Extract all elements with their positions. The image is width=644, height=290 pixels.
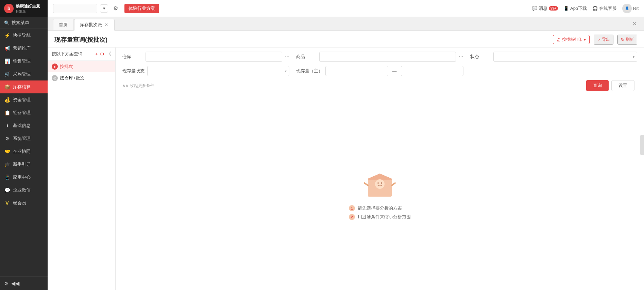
header-gear-icon[interactable]: ⚙ (111, 4, 120, 13)
inventory-status-select-wrap: ▾ (147, 66, 289, 76)
sidebar-item-basic-info[interactable]: ℹ 基础信息 (0, 119, 48, 132)
refresh-button[interactable]: ↻ 刷新 (617, 35, 637, 44)
status-select[interactable] (493, 52, 637, 62)
warehouse-input[interactable] (146, 52, 282, 62)
sidebar-item-sales[interactable]: 📊 销售管理 (0, 55, 48, 68)
page-title: 现存量查询(按批次) (54, 36, 107, 44)
collapse-arrows-icon: ∧∧ (122, 83, 129, 88)
panel-close-button[interactable]: ✕ (632, 20, 637, 28)
sidebar-item-quick-nav[interactable]: ⚡ 快捷导航 (0, 29, 48, 42)
sidebar-item-wechat[interactable]: 💬 企业微信 (0, 184, 48, 197)
add-scheme-button[interactable]: + (95, 51, 98, 57)
online-service-button[interactable]: 🎧 在线客服 (592, 5, 617, 12)
right-edge-handle[interactable] (640, 135, 644, 155)
query-button[interactable]: 查询 (586, 80, 609, 91)
content-split: 按以下方案查询 + ⚙ 《 ● 按批次 ◎ 按仓库+批次 (48, 48, 644, 290)
sidebar-navigation: ⚡ 快捷导航 📢 营销推广 📊 销售管理 🛒 采购管理 📦 库存核算 💰 资金管… (0, 29, 48, 276)
empty-svg-icon (363, 164, 397, 198)
phone-icon: 📱 (563, 6, 569, 11)
status-filter: 状态 ▾ (470, 52, 637, 62)
warehouse-dots[interactable]: ··· (285, 54, 289, 60)
product-label: 商品 (296, 54, 317, 60)
scheme-icon-red: ● (52, 64, 58, 70)
svg-line-4 (365, 183, 368, 185)
company-name: 畅康通好生意 (16, 3, 40, 9)
sidebar-item-member[interactable]: V 畅会员 (0, 197, 48, 210)
print-button[interactable]: 🖨 按模板打印 ▾ (553, 35, 590, 44)
member-label: 畅会员 (13, 200, 26, 206)
empty-state: 1 请先选择要分析的方案 2 用过滤条件来缩小分析范围 (116, 94, 644, 290)
messages-button[interactable]: 💬 消息 99+ (532, 5, 558, 12)
hint-num-2: 2 (349, 214, 355, 220)
sidebar-item-system[interactable]: ⚙ 系统管理 (0, 132, 48, 145)
sidebar-item-finance[interactable]: 💰 资金管理 (0, 93, 48, 106)
scheme-item-by-warehouse-batch[interactable]: ◎ 按仓库+批次 (48, 72, 115, 84)
collapse-left-panel-icon[interactable]: 《 (106, 51, 111, 57)
enterprise-label: 企业协同 (13, 148, 31, 155)
product-input[interactable] (319, 52, 456, 62)
sidebar-item-enterprise[interactable]: 🤝 企业协同 (0, 145, 48, 158)
settings-button[interactable]: 设置 (611, 80, 634, 91)
tab-inventory-batch-label: 库存批次账 (80, 22, 102, 28)
product-filter: 商品 ··· (296, 52, 463, 62)
collapse-more-button[interactable]: ∧∧ 收起更多条件 (122, 83, 154, 89)
quick-nav-icon: ⚡ (4, 32, 10, 38)
tab-close-icon[interactable]: ✕ (104, 22, 109, 27)
inventory-status-select[interactable] (147, 66, 289, 76)
collapse-sidebar-icon[interactable]: ◀◀ (11, 280, 19, 287)
inventory-qty-filter: 现存量（主） — (296, 66, 463, 76)
online-service-label: 在线客服 (599, 5, 617, 12)
empty-illustration (363, 164, 397, 198)
operations-icon: 📋 (4, 110, 10, 116)
collapse-more-label: 收起更多条件 (130, 83, 154, 89)
status-label: 状态 (470, 54, 491, 60)
newbie-label: 新手引导 (13, 161, 31, 167)
sidebar-item-purchase[interactable]: 🛒 采购管理 (0, 68, 48, 80)
sidebar-item-app-center[interactable]: 📱 应用中心 (0, 171, 48, 184)
tabs-bar: 首页 库存批次账 ✕ ✕ (48, 17, 644, 31)
scheme-list: ● 按批次 ◎ 按仓库+批次 (48, 61, 115, 290)
content-area: 现存量查询(按批次) 🖨 按模板打印 ▾ ↗ 导出 ↻ 刷新 (48, 31, 644, 290)
purchase-icon: 🛒 (4, 71, 10, 77)
warehouse-filter: 仓库 ··· (122, 52, 289, 62)
header-dropdown-button[interactable]: ▾ (100, 4, 108, 13)
inventory-label: 库存核算 (13, 84, 31, 90)
page-header: 现存量查询(按批次) 🖨 按模板打印 ▾ ↗ 导出 ↻ 刷新 (48, 31, 644, 48)
inventory-icon: 📦 (4, 84, 10, 90)
inventory-qty-dash: — (391, 69, 398, 74)
scheme-icon-gray: ◎ (52, 75, 58, 81)
empty-hint-2: 2 用过滤条件来缩小分析范围 (349, 214, 411, 220)
sidebar-item-inventory[interactable]: 📦 库存核算 (0, 80, 48, 93)
printer-icon: 🖨 (557, 37, 561, 42)
export-button[interactable]: ↗ 导出 (594, 35, 613, 44)
tab-inventory-batch[interactable]: 库存批次账 ✕ (74, 19, 115, 31)
newbie-icon: 🎓 (4, 161, 10, 167)
filter-row-1: 仓库 ··· 商品 ··· 状态 (116, 48, 644, 65)
inventory-qty-to-input[interactable] (401, 66, 463, 76)
product-dots[interactable]: ··· (459, 54, 463, 60)
sidebar-item-newbie[interactable]: 🎓 新手引导 (0, 158, 48, 171)
trial-button[interactable]: 体验行业方案 (124, 4, 159, 13)
header-search-input[interactable] (53, 4, 97, 13)
left-panel-title: 按以下方案查询 (52, 51, 83, 57)
avatar: 👤 (622, 4, 632, 13)
search-label: 搜索菜单 (12, 20, 29, 26)
refresh-icon: ↻ (621, 37, 624, 42)
sidebar-item-operations[interactable]: 📋 经营管理 (0, 106, 48, 119)
sales-label: 销售管理 (13, 58, 31, 64)
app-download-label: App下载 (570, 5, 587, 12)
inventory-qty-from-input[interactable] (325, 66, 388, 76)
sidebar-search[interactable]: 🔍 搜索菜单 (0, 17, 48, 29)
finance-label: 资金管理 (13, 97, 31, 103)
sidebar-item-marketing[interactable]: 📢 营销推广 (0, 42, 48, 55)
scheme-settings-icon[interactable]: ⚙ (100, 51, 104, 57)
settings-bottom-icon[interactable]: ⚙ (4, 281, 9, 286)
scheme-item-by-batch[interactable]: ● 按批次 (48, 61, 115, 72)
basic-info-icon: ℹ (4, 123, 10, 129)
app-download-button[interactable]: 📱 App下载 (563, 5, 587, 12)
messages-label: 消息 (539, 5, 547, 12)
tab-home[interactable]: 首页 (53, 19, 73, 30)
action-buttons: 查询 设置 (586, 80, 637, 91)
system-label: 系统管理 (13, 135, 31, 142)
user-avatar-button[interactable]: 👤 Rit (622, 4, 639, 13)
